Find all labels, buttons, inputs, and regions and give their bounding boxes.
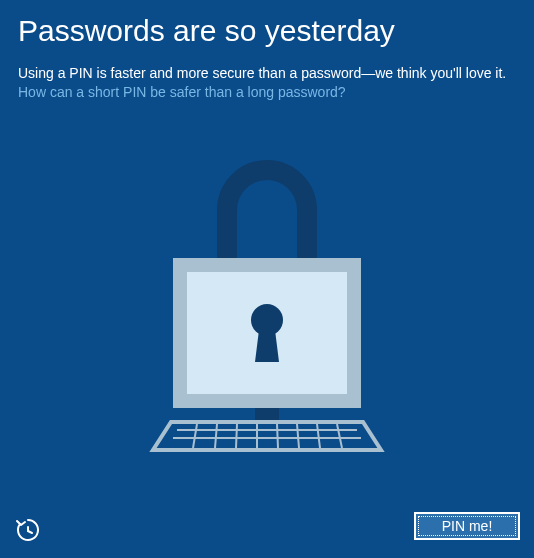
- svg-line-10: [277, 424, 278, 448]
- svg-line-7: [215, 424, 217, 448]
- page-title: Passwords are so yesterday: [0, 0, 534, 56]
- svg-line-12: [317, 424, 320, 448]
- svg-line-8: [236, 424, 237, 448]
- svg-line-15: [28, 531, 32, 533]
- help-link[interactable]: How can a short PIN be safer than a long…: [0, 83, 364, 102]
- svg-line-13: [337, 424, 342, 448]
- description-text: Using a PIN is faster and more secure th…: [0, 56, 534, 83]
- ease-of-access-icon: [15, 517, 41, 543]
- ease-of-access-button[interactable]: [14, 516, 42, 544]
- computer-lock-icon: [137, 150, 397, 480]
- svg-line-11: [297, 424, 299, 448]
- pin-me-button[interactable]: PIN me!: [414, 512, 520, 540]
- svg-line-6: [193, 424, 197, 448]
- illustration-container: [0, 150, 534, 480]
- svg-rect-3: [255, 408, 279, 422]
